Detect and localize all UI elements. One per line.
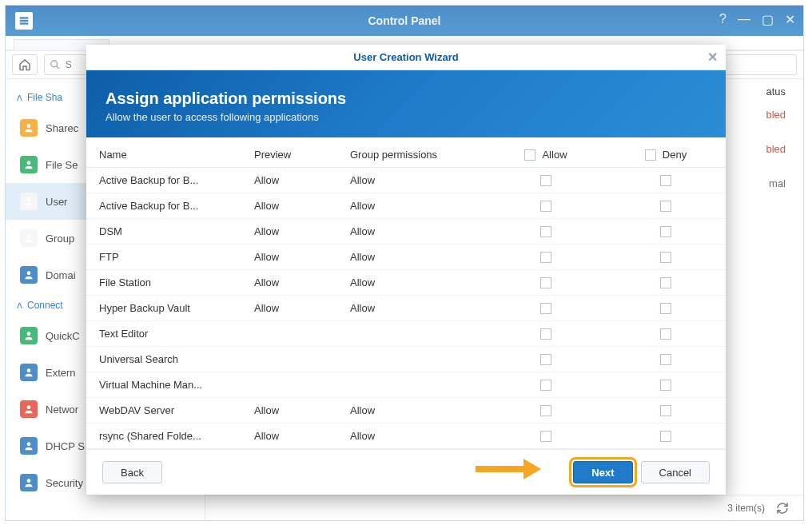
cell-preview	[246, 353, 342, 366]
cell-group: Allow	[342, 168, 486, 193]
cell-name: Text Editor	[86, 321, 246, 346]
cell-preview: Allow	[246, 193, 342, 218]
table-row[interactable]: Text Editor	[86, 321, 726, 347]
column-preview[interactable]: Preview	[246, 142, 342, 167]
modal-close-icon[interactable]: ✕	[707, 50, 718, 65]
deny-checkbox[interactable]	[660, 226, 671, 237]
deny-checkbox[interactable]	[660, 175, 671, 186]
cell-name: WebDAV Server	[86, 398, 246, 423]
cell-group	[342, 379, 486, 392]
cancel-button[interactable]: Cancel	[641, 461, 710, 483]
deny-checkbox[interactable]	[660, 252, 671, 263]
table-header: Name Preview Group permissions Allow Den…	[86, 142, 726, 168]
deny-checkbox[interactable]	[660, 277, 671, 288]
cell-name: FTP	[86, 245, 246, 269]
table-row[interactable]: rsync (Shared Folde...AllowAllow	[86, 424, 726, 449]
cell-preview: Allow	[246, 168, 342, 193]
column-name[interactable]: Name	[86, 142, 246, 167]
back-button[interactable]: Back	[102, 461, 162, 483]
cell-name: Hyper Backup Vault	[86, 296, 246, 320]
allow-checkbox[interactable]	[540, 354, 551, 365]
cell-preview	[246, 379, 342, 392]
cell-name: Universal Search	[86, 347, 246, 372]
table-row[interactable]: DSMAllowAllow	[86, 219, 726, 245]
table-row[interactable]: Virtual Machine Man...	[86, 372, 726, 398]
table-row[interactable]: Active Backup for B...AllowAllow	[86, 193, 726, 219]
cell-preview: Allow	[246, 270, 342, 295]
cell-name: Virtual Machine Man...	[86, 372, 246, 397]
cell-group: Allow	[342, 270, 486, 295]
permissions-table: Name Preview Group permissions Allow Den…	[86, 137, 726, 449]
deny-checkbox[interactable]	[660, 354, 671, 365]
cell-preview: Allow	[246, 424, 342, 448]
deny-checkbox[interactable]	[660, 431, 671, 442]
column-allow: Allow	[486, 142, 606, 167]
allow-all-checkbox[interactable]	[524, 149, 535, 161]
modal-banner-subtitle: Allow the user to access following appli…	[105, 111, 707, 123]
deny-checkbox[interactable]	[660, 201, 671, 212]
table-row[interactable]: Active Backup for B...AllowAllow	[86, 168, 726, 193]
allow-checkbox[interactable]	[540, 431, 551, 442]
cell-group: Allow	[342, 245, 486, 269]
user-creation-wizard-modal: User Creation Wizard ✕ Assign applicatio…	[86, 45, 726, 495]
allow-checkbox[interactable]	[540, 252, 551, 263]
table-row[interactable]: Hyper Backup VaultAllowAllow	[86, 296, 726, 321]
deny-checkbox[interactable]	[660, 303, 671, 314]
table-row[interactable]: WebDAV ServerAllowAllow	[86, 398, 726, 424]
cell-name: Active Backup for B...	[86, 193, 246, 218]
cell-preview: Allow	[246, 398, 342, 423]
cell-name: rsync (Shared Folde...	[86, 424, 246, 448]
cell-name: DSM	[86, 219, 246, 244]
modal-banner: Assign application permissions Allow the…	[86, 70, 726, 137]
table-row[interactable]: File StationAllowAllow	[86, 270, 726, 296]
column-deny: Deny	[606, 142, 726, 167]
allow-checkbox[interactable]	[540, 405, 551, 416]
cell-group	[342, 353, 486, 366]
allow-checkbox[interactable]	[540, 201, 551, 212]
modal-footer: Back Next Cancel	[86, 449, 726, 495]
cell-name: File Station	[86, 270, 246, 295]
allow-checkbox[interactable]	[540, 277, 551, 288]
modal-banner-title: Assign application permissions	[105, 89, 707, 108]
modal-title: User Creation Wizard ✕	[86, 45, 726, 70]
column-group-permissions[interactable]: Group permissions	[342, 142, 486, 167]
deny-checkbox[interactable]	[660, 328, 671, 340]
cell-preview	[246, 328, 342, 340]
deny-all-checkbox[interactable]	[645, 149, 656, 161]
table-row[interactable]: Universal Search	[86, 347, 726, 372]
cell-preview: Allow	[246, 296, 342, 320]
allow-checkbox[interactable]	[540, 328, 551, 340]
allow-checkbox[interactable]	[540, 303, 551, 314]
cell-preview: Allow	[246, 219, 342, 244]
allow-checkbox[interactable]	[540, 175, 551, 186]
deny-checkbox[interactable]	[660, 405, 671, 416]
deny-checkbox[interactable]	[660, 380, 671, 391]
cell-group: Allow	[342, 398, 486, 423]
table-row[interactable]: FTPAllowAllow	[86, 245, 726, 270]
cell-group: Allow	[342, 193, 486, 218]
cell-group: Allow	[342, 296, 486, 320]
allow-checkbox[interactable]	[540, 226, 551, 237]
cell-group: Allow	[342, 424, 486, 448]
cell-group	[342, 328, 486, 340]
next-button[interactable]: Next	[573, 461, 632, 483]
cell-name: Active Backup for B...	[86, 168, 246, 193]
cell-group: Allow	[342, 219, 486, 244]
allow-checkbox[interactable]	[540, 380, 551, 391]
cell-preview: Allow	[246, 245, 342, 269]
